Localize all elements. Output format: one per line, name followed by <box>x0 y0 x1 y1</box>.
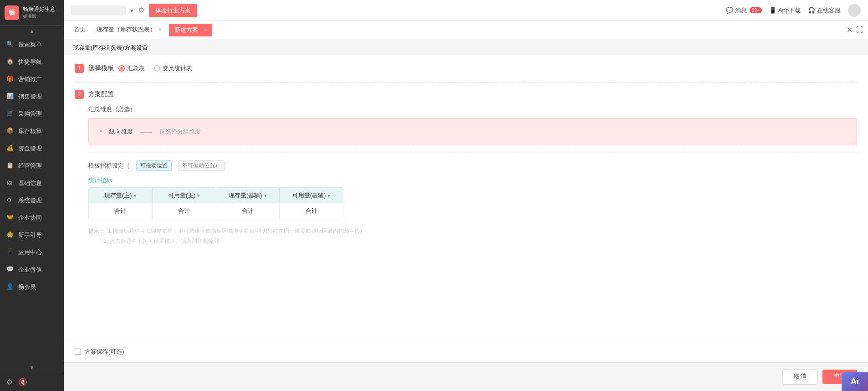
tab-home[interactable]: 首页 <box>68 21 91 39</box>
tip2: 2. 点击标题栏下拉可设置排序、插入列和删除列 <box>88 237 857 247</box>
sidebar-item-business[interactable]: 📋 经营管理 <box>0 157 64 175</box>
step2-title: 方案配置 <box>88 90 114 98</box>
step2-number: 2 <box>75 90 84 99</box>
finance-icon: 💰 <box>6 144 15 153</box>
marketing-icon: 🎁 <box>6 75 15 83</box>
online-service-label: 在线客服 <box>817 6 841 15</box>
settings-footer-icon[interactable]: ⚙ <box>6 378 13 386</box>
scheme-container: 1 选择模板 汇总表 交叉统计表 <box>64 55 868 341</box>
sidebar-item-app-center[interactable]: 📱 应用中心 <box>0 244 64 261</box>
non-draggable-chip: 不可拖动位置） <box>178 160 225 171</box>
business-icon: 📋 <box>6 162 15 170</box>
radio-summary[interactable]: 汇总表 <box>118 64 145 72</box>
cancel-button[interactable]: 取消 <box>782 369 818 385</box>
sidebar-item-wechat[interactable]: 💬 企业微信 <box>0 261 64 278</box>
step1-header: 1 选择模板 汇总表 交叉统计表 <box>75 64 857 73</box>
search-input[interactable] <box>71 5 126 15</box>
sidebar-item-basic-info[interactable]: 🗂 基础信息 <box>0 175 64 192</box>
user-avatar[interactable] <box>848 4 861 17</box>
main-area: ▾ ⚙ 体验行业方案 💬 消息 99+ 📱 App下载 🎧 在线客服 首页 <box>64 0 868 391</box>
stat-cell-3: 合计 <box>280 203 343 219</box>
sidebar-footer: ⚙ 🔇 <box>0 373 64 391</box>
purchase-icon: 🛒 <box>6 110 15 118</box>
stat-col-0[interactable]: 现存量(主) ▾ <box>89 188 153 203</box>
template-indicator-label: 模板指标设定（ <box>88 162 130 170</box>
brand-logo: 畅 <box>5 5 19 20</box>
trial-button[interactable]: 体验行业方案 <box>149 4 197 17</box>
sidebar-item-sales[interactable]: 📊 销售管理 <box>0 88 64 105</box>
col-chevron-2: ▾ <box>264 193 267 199</box>
tab-inventory[interactable]: 现存量（库存状况表） × <box>91 21 167 39</box>
draggable-chip-label: 可拖动位置 <box>140 162 168 170</box>
newbie-icon: 🌟 <box>6 231 15 239</box>
topbar-right: 💬 消息 99+ 📱 App下载 🎧 在线客服 <box>726 4 861 17</box>
inventory-icon: 📦 <box>6 127 15 135</box>
stat-table: 现存量(主) ▾ 可用量(主) ▾ 现存量(基辅) ▾ <box>88 187 343 219</box>
tab-close-action[interactable]: ✕ <box>847 26 853 34</box>
sidebar-item-purchase[interactable]: 🛒 采购管理 <box>0 105 64 123</box>
tab-inventory-close[interactable]: × <box>158 26 162 33</box>
sidebar-item-search-menu[interactable]: 🔍 搜索菜单 <box>0 36 64 53</box>
aggregate-label: 汇总维度（必选） <box>88 105 857 113</box>
sidebar-item-finance[interactable]: 💰 资金管理 <box>0 140 64 157</box>
tab-expand-action[interactable]: ⛶ <box>856 26 863 34</box>
cooperation-icon: 🤝 <box>6 214 15 222</box>
sidebar-item-marketing[interactable]: 🎁 营销推广 <box>0 71 64 88</box>
stat-col-3[interactable]: 可用量(基辅) ▾ <box>280 188 343 203</box>
sales-icon: 📊 <box>6 93 15 101</box>
messages-badge: 99+ <box>750 7 762 13</box>
sidebar: 畅 畅康通好生意 标准版 ▲ 🔍 搜索菜单 🏠 快捷导航 🎁 营销推广 📊 销售… <box>0 0 64 391</box>
step1-divider <box>75 82 857 82</box>
sidebar-item-cooperation[interactable]: 🤝 企业协同 <box>0 209 64 226</box>
tab-new-close[interactable]: × <box>204 27 207 33</box>
sound-footer-icon[interactable]: 🔇 <box>18 378 27 386</box>
sidebar-item-system[interactable]: ⚙ 系统管理 <box>0 192 64 209</box>
stat-cell-0: 合计 <box>89 203 153 219</box>
ai-fab-button[interactable]: Ai <box>842 372 868 391</box>
topbar-gear-icon[interactable]: ⚙ <box>138 6 144 15</box>
stat-table-header: 现存量(主) ▾ 可用量(主) ▾ 现存量(基辅) ▾ <box>89 188 343 203</box>
required-marker: * <box>100 129 102 135</box>
dimension-arrow: —— <box>140 129 152 135</box>
online-service-button[interactable]: 🎧 在线客服 <box>808 6 841 15</box>
sidebar-scroll-down[interactable]: ▼ <box>0 363 64 373</box>
member-icon: 👤 <box>6 283 15 291</box>
topbar-dropdown-icon[interactable]: ▾ <box>130 7 133 14</box>
indicator-row: 模板指标设定（ 可拖动位置 不可拖动位置） <box>88 160 857 171</box>
stat-col-2[interactable]: 现存量(基辅) ▾ <box>216 188 280 203</box>
sidebar-item-quick-nav[interactable]: 🏠 快捷导航 <box>0 53 64 71</box>
brand-tag: 标准版 <box>23 13 56 20</box>
step1-section: 1 选择模板 汇总表 交叉统计表 <box>75 64 857 73</box>
sidebar-item-member[interactable]: 👤 畅会员 <box>0 278 64 296</box>
save-scheme-label: 方案保存(可选) <box>85 348 124 356</box>
tab-new-scheme[interactable]: 新建方案 × <box>169 24 212 36</box>
messages-button[interactable]: 💬 消息 99+ <box>726 6 762 15</box>
tabs-right: ✕ ⛶ <box>847 26 863 34</box>
stat-col-1[interactable]: 可用量(主) ▾ <box>153 188 216 203</box>
sidebar-item-inventory[interactable]: 📦 库存核算 <box>0 123 64 140</box>
brand-name: 畅康通好生意 <box>23 6 56 13</box>
col-chevron-0: ▾ <box>134 193 137 199</box>
radio-cross-dot <box>154 65 160 72</box>
sidebar-scroll-up[interactable]: ▲ <box>0 26 64 36</box>
step1-number: 1 <box>75 64 84 73</box>
app-download-button[interactable]: 📱 App下载 <box>769 6 801 15</box>
radio-cross[interactable]: 交叉统计表 <box>154 64 192 72</box>
col-chevron-3: ▾ <box>327 193 330 199</box>
brand-header: 畅 畅康通好生意 标准版 <box>0 0 64 26</box>
draggable-chip: 可拖动位置 <box>136 160 172 171</box>
bottom-actions: 取消 查询 <box>64 362 868 391</box>
app-center-icon: 📱 <box>6 248 15 257</box>
stat-cell-1: 合计 <box>153 203 216 219</box>
save-scheme-checkbox[interactable] <box>75 349 81 355</box>
messages-icon: 💬 <box>726 7 733 14</box>
tips-section: 提示： 1.拖动标题栏可以调整布局，不可跨维度或指标区域拖动栏目字段(只能在同一… <box>88 226 857 246</box>
sidebar-item-newbie[interactable]: 🌟 新手引导 <box>0 226 64 244</box>
bottom-save: 方案保存(可选) <box>64 341 868 362</box>
col-chevron-1: ▾ <box>197 193 200 199</box>
dimension-placeholder[interactable]: 请选择分组维度 <box>159 128 201 136</box>
topbar-left: ▾ ⚙ 体验行业方案 <box>71 4 197 17</box>
dimension-box: * 纵向维度 —— 请选择分组维度 <box>88 118 857 145</box>
sidebar-nav: 🔍 搜索菜单 🏠 快捷导航 🎁 营销推广 📊 销售管理 🛒 采购管理 📦 库存核… <box>0 36 64 363</box>
search-menu-icon: 🔍 <box>6 41 15 49</box>
